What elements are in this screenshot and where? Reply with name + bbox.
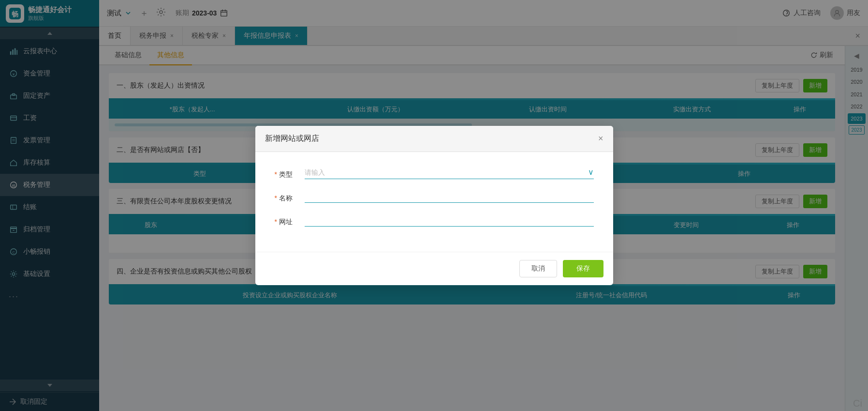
form-field-url [305,214,594,227]
modal-overlay[interactable]: 新增网站或网店 × * 类型 ∨ * [0,0,868,411]
url-input[interactable] [305,216,594,224]
type-input-wrapper: ∨ [305,166,594,179]
name-input-wrapper [305,191,594,203]
form-field-name [305,191,594,203]
modal-body: * 类型 ∨ * 名称 [255,152,613,252]
required-star-name: * [275,194,277,202]
name-input[interactable] [305,193,594,200]
modal-close-btn[interactable]: × [598,134,603,144]
required-star-url: * [275,218,277,226]
form-label-type: * 类型 [275,170,299,179]
url-input-wrapper [305,214,594,227]
required-star-type: * [275,170,277,178]
modal-add-website: 新增网站或网店 × * 类型 ∨ * [255,126,613,285]
form-row-type: * 类型 ∨ [275,166,594,179]
form-field-type: ∨ [305,166,594,179]
form-row-url: * 网址 [275,214,594,227]
modal-title: 新增网站或网店 [265,134,319,144]
modal-header: 新增网站或网店 × [255,126,613,152]
type-input[interactable] [305,168,588,176]
cancel-btn[interactable]: 取消 [519,260,557,277]
form-label-url: * 网址 [275,218,299,227]
save-btn[interactable]: 保存 [563,260,603,277]
modal-footer: 取消 保存 [255,252,613,285]
form-label-name: * 名称 [275,194,299,203]
type-dropdown-icon[interactable]: ∨ [588,167,594,177]
form-row-name: * 名称 [275,191,594,203]
